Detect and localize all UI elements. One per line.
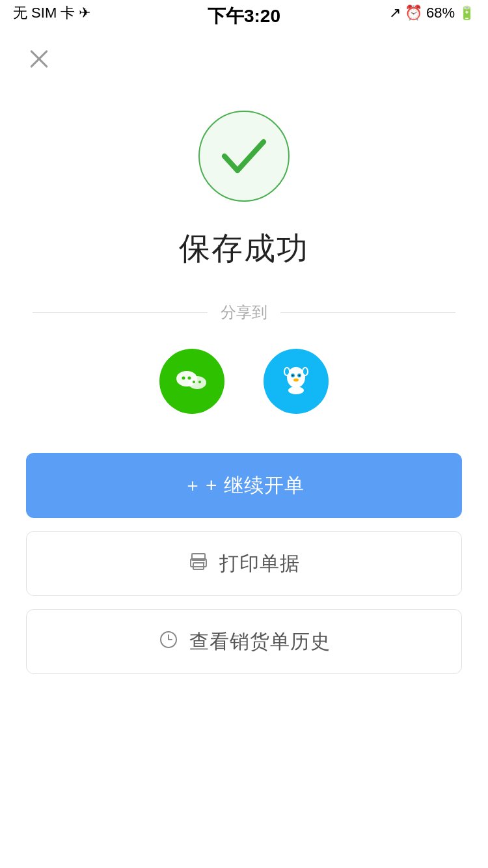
- battery-icon: 🔋: [459, 5, 475, 21]
- status-time: 下午3:20: [208, 4, 280, 29]
- svg-point-16: [303, 368, 307, 375]
- view-history-button[interactable]: 查看销货单历史: [26, 609, 462, 674]
- svg-point-20: [203, 562, 205, 563]
- plus-icon: ＋: [183, 473, 202, 498]
- checkmark-icon: [221, 137, 267, 176]
- share-divider-section: 分享到: [0, 302, 488, 323]
- wechat-share-button[interactable]: [159, 349, 224, 414]
- status-bar: 无 SIM 卡 ✈ 下午3:20 ↗ ⏰ 68% 🔋: [0, 0, 488, 26]
- alarm-icon: ⏰: [405, 5, 422, 21]
- svg-point-4: [193, 381, 195, 383]
- qq-icon: [277, 362, 316, 401]
- status-left: 无 SIM 卡 ✈: [13, 3, 90, 23]
- svg-point-15: [285, 368, 289, 375]
- no-sim-text: 无 SIM 卡 ✈: [13, 3, 90, 23]
- print-receipt-label: 打印单据: [219, 550, 300, 577]
- wechat-icon: [172, 362, 211, 401]
- action-buttons-container: ＋ + 继续开单 打印单据 查看销货单历史: [0, 453, 488, 674]
- continue-order-button[interactable]: ＋ + 继续开单: [26, 453, 462, 518]
- continue-order-label: + 继续开单: [206, 472, 305, 499]
- svg-point-10: [292, 375, 294, 377]
- status-right: ↗ ⏰ 68% 🔋: [389, 5, 475, 21]
- svg-point-11: [299, 375, 301, 377]
- history-icon: [158, 629, 179, 655]
- success-section: 保存成功: [0, 85, 488, 302]
- svg-point-5: [198, 381, 201, 383]
- location-icon: ↗: [389, 5, 401, 21]
- svg-point-7: [288, 387, 304, 394]
- svg-point-3: [188, 377, 191, 380]
- svg-point-12: [293, 379, 299, 382]
- share-label: 分享到: [208, 302, 280, 323]
- svg-point-2: [182, 377, 185, 380]
- close-button[interactable]: [20, 39, 59, 78]
- divider-left: [33, 312, 208, 313]
- success-title: 保存成功: [179, 228, 309, 269]
- qq-share-button[interactable]: [264, 349, 329, 414]
- share-icons-container: [0, 349, 488, 414]
- divider-right: [280, 312, 455, 313]
- view-history-label: 查看销货单历史: [189, 629, 331, 655]
- success-circle: [198, 111, 290, 202]
- print-receipt-button[interactable]: 打印单据: [26, 531, 462, 596]
- battery-text: 68%: [426, 5, 455, 21]
- printer-icon: [188, 551, 209, 576]
